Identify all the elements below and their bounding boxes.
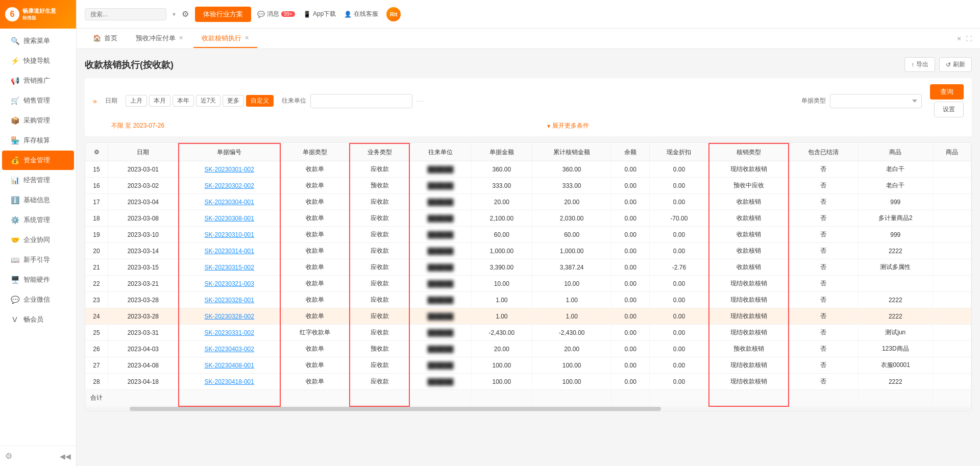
- th-date[interactable]: 日期: [108, 143, 179, 161]
- date-btn-this-year[interactable]: 本年: [173, 95, 194, 107]
- sidebar-item-0[interactable]: 🔍搜索菜单: [2, 31, 74, 51]
- avatar[interactable]: Rit: [386, 7, 401, 21]
- doc-no-link[interactable]: SK-20230314-001: [205, 248, 254, 255]
- th-writeoff-type[interactable]: 核销类型: [709, 143, 789, 161]
- solution-btn[interactable]: 体验行业方案: [195, 7, 251, 22]
- date-btn-custom[interactable]: 自定义: [246, 95, 274, 107]
- doc-no-link[interactable]: SK-20230328-001: [205, 297, 254, 304]
- doc-no-link[interactable]: SK-20230315-002: [205, 264, 254, 271]
- expand-arrow-icon[interactable]: »: [93, 97, 97, 105]
- tab-writeoff-close[interactable]: ✕: [244, 35, 249, 41]
- doc-no-link[interactable]: SK-20230308-001: [205, 215, 254, 222]
- td-goods: [858, 276, 933, 292]
- date-btn-last-month[interactable]: 上月: [126, 95, 147, 107]
- th-goods[interactable]: 商品: [858, 143, 933, 161]
- doc-no-link[interactable]: SK-20230310-001: [205, 231, 254, 238]
- td-include-settled: 否: [789, 341, 858, 357]
- collapse-icon[interactable]: ◀◀: [60, 452, 71, 460]
- date-btn-this-month[interactable]: 本月: [149, 95, 170, 107]
- sidebar-item-2[interactable]: 📢营销推广: [2, 71, 74, 90]
- th-cash-discount[interactable]: 现金折扣: [650, 143, 709, 161]
- sidebar-item-5[interactable]: 🏪库存核算: [2, 131, 74, 150]
- tab-prepay-close[interactable]: ✕: [179, 35, 183, 41]
- td-writeoff-type: 现结收款核销: [709, 325, 789, 341]
- sidebar-icon-2: 📢: [10, 77, 19, 85]
- table-row: 25 2023-03-31 SK-20230331-002 红字收款单 应收款 …: [85, 325, 971, 341]
- date-btn-7days[interactable]: 近7天: [196, 95, 221, 107]
- td-cash-discount: 0.00: [650, 161, 709, 178]
- th-include-settled[interactable]: 包含已结清: [789, 143, 858, 161]
- date-btn-more[interactable]: 更多: [223, 95, 244, 107]
- th-amount[interactable]: 单据金额: [471, 143, 532, 161]
- export-btn[interactable]: ↑ 导出: [904, 57, 935, 72]
- td-date: 2023-03-14: [108, 243, 179, 259]
- td-no: 23: [85, 292, 108, 308]
- td-doc-no: [179, 390, 280, 406]
- sidebar-item-10[interactable]: 🤝企业协同: [2, 230, 74, 250]
- th-partner[interactable]: 往来单位: [409, 143, 471, 161]
- partner-input[interactable]: [310, 94, 412, 108]
- sidebar-item-6[interactable]: 💰资金管理: [2, 151, 74, 170]
- sidebar-item-4[interactable]: 📦采购管理: [2, 111, 74, 130]
- sidebar-item-11[interactable]: 📖新手引导: [2, 250, 74, 269]
- expand-btn[interactable]: ▾ 展开更多条件: [547, 121, 589, 130]
- td-goods: 2222: [858, 292, 933, 308]
- close-all-icon[interactable]: ✕: [957, 35, 962, 42]
- sidebar-item-1[interactable]: ⚡快捷导航: [2, 51, 74, 70]
- doc-type-select[interactable]: [830, 94, 922, 108]
- td-goods2: [933, 374, 971, 390]
- td-doc-no: SK-20230301-002: [179, 161, 280, 178]
- sidebar-item-7[interactable]: 📊经营管理: [2, 170, 74, 190]
- query-btn[interactable]: 查询: [930, 84, 964, 100]
- th-balance[interactable]: 余额: [611, 143, 650, 161]
- settings-icon[interactable]: ⚙: [5, 451, 12, 461]
- sidebar-item-9[interactable]: ⚙️系统管理: [2, 210, 74, 230]
- online-service-btn[interactable]: 👤 在线客服: [344, 10, 378, 18]
- doc-no-link[interactable]: SK-20230321-003: [205, 280, 254, 287]
- th-settings[interactable]: ⚙: [85, 143, 108, 161]
- doc-no-link[interactable]: SK-20230304-001: [205, 199, 254, 206]
- sidebar-icon-5: 🏪: [10, 136, 19, 144]
- tab-home[interactable]: 🏠 首页: [85, 30, 126, 48]
- settings-gear-icon[interactable]: ⚙: [182, 9, 189, 19]
- tab-prepay[interactable]: 预收冲应付单 ✕: [128, 30, 191, 48]
- doc-no-link[interactable]: SK-20230302-002: [205, 182, 254, 189]
- sidebar-item-8[interactable]: ℹ️基础信息: [2, 190, 74, 210]
- notification-btn[interactable]: 💬 消息 99+: [257, 10, 295, 18]
- settings-btn[interactable]: 设置: [934, 102, 964, 117]
- td-goods: 123D商品: [858, 341, 933, 357]
- sidebar-label-11: 新手引导: [23, 255, 50, 264]
- tab-writeoff[interactable]: 收款核销执行 ✕: [193, 30, 257, 48]
- search-input[interactable]: [85, 8, 166, 20]
- th-goods2[interactable]: 商品: [933, 143, 971, 161]
- horizontal-scrollbar[interactable]: [85, 407, 971, 411]
- expand-icon[interactable]: ⛶: [966, 35, 972, 42]
- td-goods2: [933, 161, 971, 178]
- th-doc-no[interactable]: 单据编号: [179, 143, 280, 161]
- td-goods: [858, 390, 933, 406]
- partner-value: ██████: [427, 329, 453, 336]
- sidebar-item-3[interactable]: 🛒销售管理: [2, 91, 74, 110]
- td-writeoff-type: 现结收款核销: [709, 161, 789, 178]
- scrollbar-thumb[interactable]: [130, 407, 662, 411]
- td-date: 2023-03-08: [108, 210, 179, 227]
- doc-no-link[interactable]: SK-20230328-002: [205, 313, 254, 320]
- th-biz-type[interactable]: 业务类型: [350, 143, 409, 161]
- th-doc-type[interactable]: 单据类型: [280, 143, 350, 161]
- th-total-writeoff[interactable]: 累计核销金额: [532, 143, 611, 161]
- doc-no-link[interactable]: SK-20230301-002: [205, 166, 254, 173]
- td-total-writeoff: 1.00: [532, 308, 611, 325]
- td-goods2: [933, 178, 971, 194]
- sidebar-item-13[interactable]: 💬企业微信: [2, 290, 74, 309]
- doc-no-link[interactable]: SK-20230403-002: [205, 346, 254, 353]
- sidebar-item-12[interactable]: 🖥️智能硬件: [2, 270, 74, 289]
- refresh-btn[interactable]: ↺ 刷新: [939, 57, 972, 72]
- td-include-settled: 否: [789, 161, 858, 178]
- sidebar-item-14[interactable]: V畅会员: [2, 310, 74, 329]
- doc-no-link[interactable]: SK-20230331-002: [205, 329, 254, 336]
- td-goods: 999: [858, 194, 933, 210]
- app-download-btn[interactable]: 📱 App下载: [303, 10, 336, 18]
- doc-no-link[interactable]: SK-20230418-001: [205, 378, 254, 385]
- doc-no-link[interactable]: SK-20230408-001: [205, 362, 254, 369]
- table-body: 15 2023-03-01 SK-20230301-002 收款单 应收款 ██…: [85, 161, 971, 406]
